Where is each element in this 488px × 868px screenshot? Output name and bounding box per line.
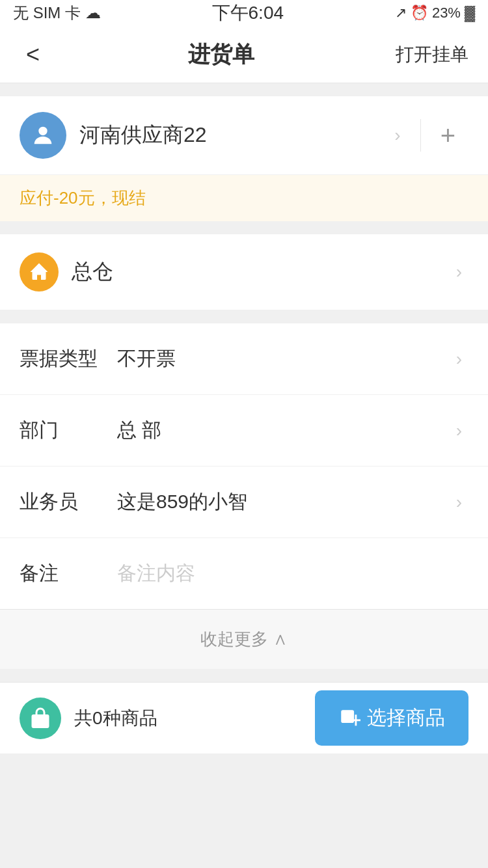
select-goods-icon <box>338 707 360 729</box>
home-icon <box>27 260 51 284</box>
svg-point-0 <box>38 127 47 135</box>
invoice-value: 不开票 <box>117 346 456 372</box>
salesman-value: 这是859的小智 <box>117 489 456 515</box>
supplier-row[interactable]: 河南供应商22 › + <box>0 96 488 175</box>
department-value: 总 部 <box>117 417 456 444</box>
collapse-button[interactable]: 收起更多 ∧ <box>0 609 488 669</box>
status-left: 无 SIM 卡 ☁ <box>13 3 101 23</box>
warehouse-section: 总仓 › <box>0 234 488 310</box>
invoice-label: 票据类型 <box>20 346 98 372</box>
battery-label: 23% <box>432 5 461 21</box>
warehouse-icon <box>20 252 59 292</box>
goods-icon <box>20 698 61 739</box>
note-label: 备注 <box>20 560 98 587</box>
form-section: 票据类型 不开票 › 部门 总 部 › 业务员 这是859的小智 › 备注 备注… <box>0 323 488 669</box>
svg-rect-1 <box>32 714 49 728</box>
salesman-row[interactable]: 业务员 这是859的小智 › <box>0 466 488 537</box>
battery-icon: ▓ <box>465 5 475 21</box>
shopping-bag-icon <box>29 707 52 730</box>
back-button[interactable]: < <box>20 34 46 75</box>
department-label: 部门 <box>20 417 98 444</box>
warehouse-chevron-icon: › <box>456 262 462 282</box>
alarm-icon: ⏰ <box>411 5 428 21</box>
section-gap-2 <box>0 221 488 234</box>
warehouse-name: 总仓 <box>72 258 456 286</box>
sim-status: 无 SIM 卡 ☁ <box>13 3 101 23</box>
notice-bar: 应付-20元，现结 <box>0 175 488 221</box>
supplier-name: 河南供应商22 <box>79 121 394 150</box>
add-supplier-button[interactable]: + <box>427 115 468 157</box>
salesman-chevron-icon: › <box>456 492 462 513</box>
section-gap-4 <box>0 669 488 682</box>
bottom-bar: 共0种商品 选择商品 <box>0 682 488 753</box>
salesman-label: 业务员 <box>20 489 98 515</box>
status-bar: 无 SIM 卡 ☁ 下午6:04 ↗ ⏰ 23% ▓ <box>0 0 488 26</box>
section-gap-1 <box>0 83 488 96</box>
status-time: 下午6:04 <box>212 1 284 25</box>
supplier-section: 河南供应商22 › + 应付-20元，现结 <box>0 96 488 221</box>
supplier-chevron-icon: › <box>394 125 400 146</box>
supplier-avatar <box>20 112 66 159</box>
footer-area <box>0 753 488 868</box>
vertical-divider <box>420 119 421 152</box>
goods-count: 共0种商品 <box>74 706 315 731</box>
section-gap-3 <box>0 310 488 323</box>
department-row[interactable]: 部门 总 部 › <box>0 394 488 466</box>
invoice-type-row[interactable]: 票据类型 不开票 › <box>0 323 488 394</box>
location-icon: ↗ <box>395 5 407 21</box>
nav-bar: < 进货单 打开挂单 <box>0 26 488 83</box>
note-placeholder[interactable]: 备注内容 <box>117 560 468 587</box>
open-pending-button[interactable]: 打开挂单 <box>396 42 468 67</box>
department-chevron-icon: › <box>456 420 462 441</box>
select-goods-label: 选择商品 <box>367 705 445 731</box>
status-right: ↗ ⏰ 23% ▓ <box>395 5 475 21</box>
person-icon <box>30 122 56 148</box>
invoice-chevron-icon: › <box>456 349 462 370</box>
select-goods-button[interactable]: 选择商品 <box>315 690 468 746</box>
page-title: 进货单 <box>188 40 254 70</box>
note-row[interactable]: 备注 备注内容 <box>0 537 488 609</box>
warehouse-row[interactable]: 总仓 › <box>0 234 488 310</box>
